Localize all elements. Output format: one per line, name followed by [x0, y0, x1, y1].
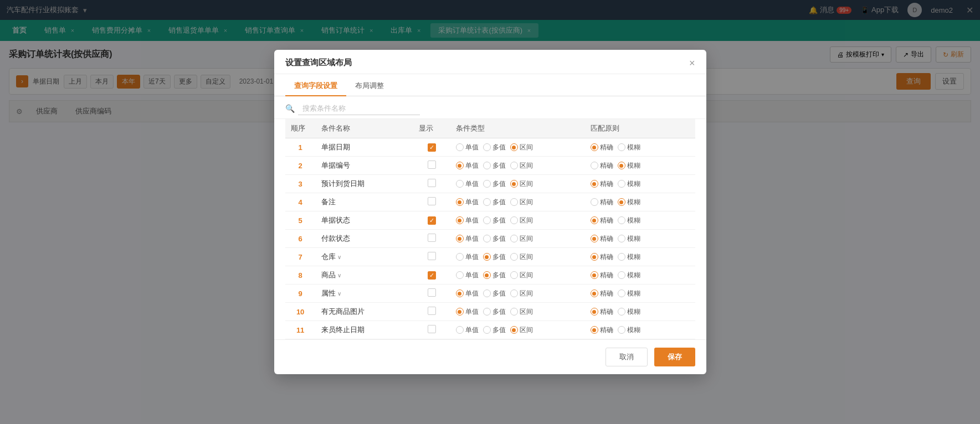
match-radio-circle-1[interactable] — [591, 162, 598, 169]
match-option-模糊-5[interactable]: 模糊 — [618, 234, 640, 244]
type-option-多值-1[interactable]: 多值 — [483, 161, 506, 170]
match-option-精确-8[interactable]: 精确 — [591, 289, 613, 298]
radio-circle-10[interactable] — [510, 326, 518, 334]
match-option-精确-2[interactable]: 精确 — [591, 179, 613, 189]
match-radio-circle-9[interactable] — [591, 308, 598, 316]
radio-circle-1[interactable] — [456, 162, 464, 169]
modal-tab-layout[interactable]: 布局调整 — [346, 76, 393, 96]
match-radio-circle-7[interactable] — [618, 271, 625, 279]
field-dropdown-icon-7[interactable]: ∨ — [337, 272, 341, 278]
radio-circle-6[interactable] — [510, 253, 518, 261]
radio-circle-7[interactable] — [483, 271, 491, 279]
match-radio-circle-10[interactable] — [618, 326, 625, 334]
match-radio-circle-0[interactable] — [618, 143, 625, 151]
radio-circle-6[interactable] — [483, 253, 491, 261]
match-option-精确-10[interactable]: 精确 — [591, 325, 613, 335]
radio-circle-5[interactable] — [483, 235, 491, 242]
radio-circle-3[interactable] — [510, 198, 518, 206]
display-checkbox-5[interactable] — [428, 234, 436, 242]
type-option-单值-2[interactable]: 单值 — [456, 179, 479, 189]
type-option-区间-8[interactable]: 区间 — [510, 289, 533, 298]
display-checkbox-10[interactable] — [428, 325, 436, 333]
type-option-单值-0[interactable]: 单值 — [456, 143, 479, 152]
match-radio-circle-5[interactable] — [618, 235, 625, 242]
match-radio-circle-3[interactable] — [591, 198, 598, 206]
display-checkbox-2[interactable] — [428, 179, 436, 187]
field-dropdown-icon-8[interactable]: ∨ — [337, 291, 341, 297]
radio-circle-8[interactable] — [510, 289, 518, 297]
type-option-多值-6[interactable]: 多值 — [483, 252, 506, 262]
radio-circle-0[interactable] — [510, 143, 518, 151]
radio-circle-7[interactable] — [456, 271, 464, 279]
type-option-单值-8[interactable]: 单值 — [456, 289, 479, 298]
match-option-模糊-2[interactable]: 模糊 — [618, 179, 640, 189]
radio-circle-2[interactable] — [510, 180, 518, 188]
match-radio-circle-10[interactable] — [591, 326, 598, 334]
display-checkbox-0[interactable]: ✓ — [428, 143, 436, 152]
radio-circle-10[interactable] — [483, 326, 491, 334]
field-dropdown-icon-6[interactable]: ∨ — [337, 254, 341, 260]
radio-circle-4[interactable] — [456, 216, 464, 224]
cancel-button[interactable]: 取消 — [606, 348, 648, 366]
type-option-区间-0[interactable]: 区间 — [510, 143, 533, 152]
type-option-单值-7[interactable]: 单值 — [456, 271, 479, 280]
match-option-精确-1[interactable]: 精确 — [591, 161, 613, 170]
radio-circle-0[interactable] — [456, 143, 464, 151]
match-option-模糊-8[interactable]: 模糊 — [618, 289, 640, 298]
radio-circle-3[interactable] — [483, 198, 491, 206]
display-checkbox-4[interactable]: ✓ — [428, 216, 436, 225]
radio-circle-8[interactable] — [483, 289, 491, 297]
match-radio-circle-4[interactable] — [618, 216, 625, 224]
radio-circle-10[interactable] — [456, 326, 464, 334]
match-option-模糊-10[interactable]: 模糊 — [618, 325, 640, 335]
type-option-单值-6[interactable]: 单值 — [456, 252, 479, 262]
type-option-区间-5[interactable]: 区间 — [510, 234, 533, 244]
match-option-精确-3[interactable]: 精确 — [591, 198, 613, 207]
type-option-单值-9[interactable]: 单值 — [456, 307, 479, 317]
type-option-多值-4[interactable]: 多值 — [483, 216, 506, 225]
match-option-模糊-7[interactable]: 模糊 — [618, 271, 640, 280]
radio-circle-9[interactable] — [456, 308, 464, 316]
radio-circle-1[interactable] — [510, 162, 518, 169]
type-option-单值-5[interactable]: 单值 — [456, 234, 479, 244]
type-option-单值-4[interactable]: 单值 — [456, 216, 479, 225]
radio-circle-0[interactable] — [483, 143, 491, 151]
type-option-多值-0[interactable]: 多值 — [483, 143, 506, 152]
match-option-精确-9[interactable]: 精确 — [591, 307, 613, 317]
radio-circle-3[interactable] — [456, 198, 464, 206]
match-option-模糊-4[interactable]: 模糊 — [618, 216, 640, 225]
radio-circle-1[interactable] — [483, 162, 491, 169]
match-option-精确-7[interactable]: 精确 — [591, 271, 613, 280]
radio-circle-4[interactable] — [483, 216, 491, 224]
match-radio-circle-8[interactable] — [618, 289, 625, 297]
match-option-模糊-6[interactable]: 模糊 — [618, 252, 640, 262]
type-option-区间-7[interactable]: 区间 — [510, 271, 533, 280]
type-option-多值-9[interactable]: 多值 — [483, 307, 506, 317]
match-radio-circle-6[interactable] — [618, 253, 625, 261]
radio-circle-2[interactable] — [456, 180, 464, 188]
type-option-多值-10[interactable]: 多值 — [483, 325, 506, 335]
modal-close-button[interactable]: × — [689, 58, 695, 68]
display-checkbox-6[interactable] — [428, 252, 436, 260]
match-option-模糊-0[interactable]: 模糊 — [618, 143, 640, 152]
type-option-多值-8[interactable]: 多值 — [483, 289, 506, 298]
type-option-多值-7[interactable]: 多值 — [483, 271, 506, 280]
match-option-模糊-1[interactable]: 模糊 — [618, 161, 640, 170]
match-radio-circle-7[interactable] — [591, 271, 598, 279]
modal-tab-query-fields[interactable]: 查询字段设置 — [285, 76, 346, 96]
type-option-区间-1[interactable]: 区间 — [510, 161, 533, 170]
type-option-多值-2[interactable]: 多值 — [483, 179, 506, 189]
radio-circle-9[interactable] — [510, 308, 518, 316]
match-option-精确-6[interactable]: 精确 — [591, 252, 613, 262]
display-checkbox-7[interactable]: ✓ — [428, 271, 436, 280]
display-checkbox-1[interactable] — [428, 161, 436, 169]
type-option-多值-3[interactable]: 多值 — [483, 198, 506, 207]
radio-circle-8[interactable] — [456, 289, 464, 297]
display-checkbox-8[interactable] — [428, 288, 436, 297]
match-option-精确-4[interactable]: 精确 — [591, 216, 613, 225]
save-button[interactable]: 保存 — [654, 348, 695, 366]
type-option-区间-10[interactable]: 区间 — [510, 325, 533, 335]
match-option-模糊-9[interactable]: 模糊 — [618, 307, 640, 317]
radio-circle-5[interactable] — [456, 235, 464, 242]
match-radio-circle-4[interactable] — [591, 216, 598, 224]
